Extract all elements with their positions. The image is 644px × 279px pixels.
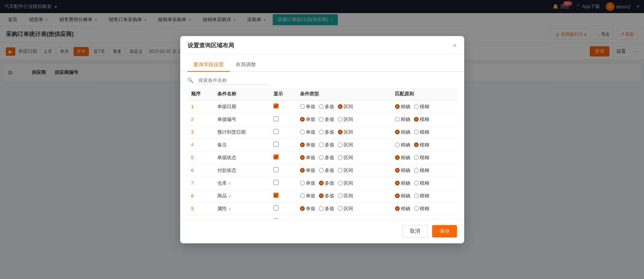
- dialog-header: 设置查询区域布局 ×: [180, 36, 464, 54]
- dialog-tab-field-settings[interactable]: 查询字段设置: [187, 59, 230, 72]
- dialog-tab-layout-adjust-label: 布局调整: [236, 62, 256, 67]
- settings-dialog: 设置查询区域布局 × 查询字段设置 布局调整 🔍 顺序 条件名称: [180, 36, 464, 86]
- search-bar: 🔍: [180, 72, 464, 86]
- dialog-tab-layout-adjust[interactable]: 布局调整: [230, 59, 262, 72]
- search-icon: 🔍: [187, 78, 193, 83]
- dialog-tab-bar: 查询字段设置 布局调整: [180, 54, 464, 72]
- dialog-overlay: 设置查询区域布局 × 查询字段设置 布局调整 🔍 顺序 条件名称: [0, 0, 644, 85]
- search-input[interactable]: [195, 76, 268, 85]
- dialog-tab-field-settings-label: 查询字段设置: [193, 62, 224, 67]
- dialog-title: 设置查询区域布局: [187, 42, 234, 50]
- dialog-close-button[interactable]: ×: [453, 42, 457, 49]
